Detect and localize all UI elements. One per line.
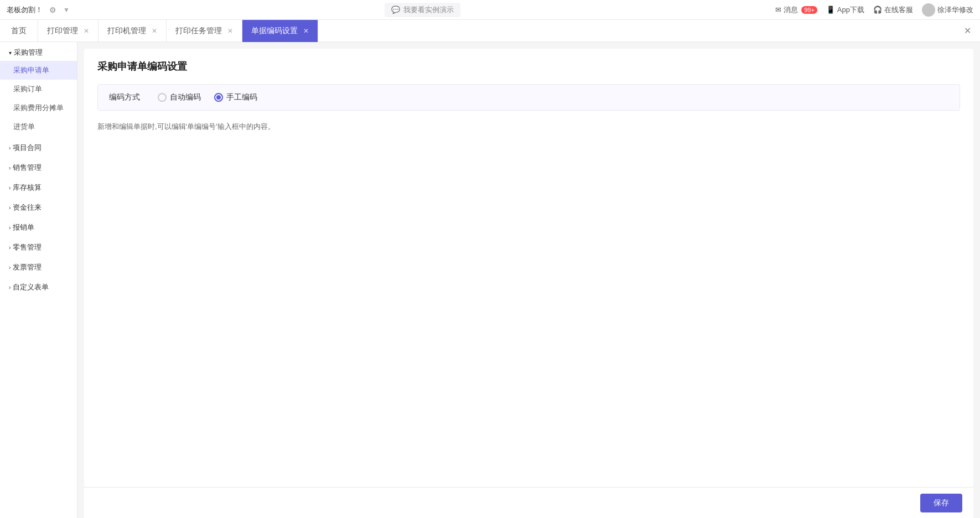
message-label: 消息 <box>784 5 798 15</box>
tab-print-task-label: 打印任务管理 <box>175 26 222 36</box>
chevron-right-icon: › <box>9 205 11 211</box>
radio-auto-label: 自动编码 <box>170 92 201 102</box>
sidebar-group-finance-label: 资金往来 <box>13 203 42 213</box>
tab-printer-management-close[interactable]: ✕ <box>152 27 157 35</box>
sidebar-group-finance-title[interactable]: › 资金往来 <box>0 197 77 216</box>
sidebar-group-retail-title[interactable]: › 零售管理 <box>0 237 77 256</box>
main-layout: ▾ 采购管理 采购申请单 采购订单 采购费用分摊单 进货单 › 项目合同 <box>0 42 980 518</box>
sidebar-group-inventory-title[interactable]: › 库存核算 <box>0 177 77 196</box>
tab-printer-management[interactable]: 打印机管理 ✕ <box>98 20 167 42</box>
page-title: 采购申请单编码设置 <box>97 60 960 73</box>
sidebar-item-goods-receipt-label: 进货单 <box>13 122 35 131</box>
sidebar-group-purchase-label: 采购管理 <box>14 48 43 58</box>
demo-icon: 💬 <box>391 6 400 14</box>
sidebar-group-custom-label: 自定义表单 <box>13 282 49 292</box>
radio-manual[interactable]: 手工编码 <box>214 92 257 102</box>
sidebar-item-purchase-order[interactable]: 采购订单 <box>0 80 77 99</box>
sidebar-item-purchase-request[interactable]: 采购申请单 <box>0 61 77 80</box>
avatar <box>922 3 935 17</box>
sidebar-group-sales: › 销售管理 <box>0 157 77 176</box>
sidebar-item-purchase-expense-label: 采购费用分摊单 <box>13 103 64 112</box>
sidebar-group-project-label: 项目合同 <box>13 143 42 153</box>
sidebar-group-inventory: › 库存核算 <box>0 177 77 196</box>
chevron-right-icon: › <box>9 265 11 271</box>
sidebar-group-finance: › 资金往来 <box>0 197 77 216</box>
user-name: 徐泽华修改 <box>937 5 973 15</box>
content-inner: 采购申请单编码设置 编码方式 自动编码 手工编码 新增和编辑单据时,可以编辑'单… <box>84 49 973 487</box>
brand-name: 老板勿割！ <box>7 5 43 15</box>
sidebar: ▾ 采购管理 采购申请单 采购订单 采购费用分摊单 进货单 › 项目合同 <box>0 42 77 518</box>
radio-group: 自动编码 手工编码 <box>158 92 257 102</box>
tab-encoding-settings-label: 单据编码设置 <box>251 26 298 36</box>
sidebar-group-custom-title[interactable]: › 自定义表单 <box>0 277 77 296</box>
sidebar-group-project-title[interactable]: › 项目合同 <box>0 137 77 156</box>
tab-print-management-close[interactable]: ✕ <box>84 27 89 35</box>
sidebar-group-expense: › 报销单 <box>0 217 77 236</box>
sidebar-item-purchase-expense[interactable]: 采购费用分摊单 <box>0 99 77 117</box>
save-button[interactable]: 保存 <box>920 494 962 512</box>
radio-auto[interactable]: 自动编码 <box>158 92 201 102</box>
tab-print-task[interactable]: 打印任务管理 ✕ <box>167 20 242 42</box>
sidebar-group-retail-label: 零售管理 <box>13 242 42 252</box>
top-bar-left: 老板勿割！ ⚙ ▼ <box>7 5 70 15</box>
radio-auto-circle <box>158 93 167 102</box>
sidebar-item-goods-receipt[interactable]: 进货单 <box>0 117 77 136</box>
sidebar-item-purchase-order-label: 采购订单 <box>13 85 42 93</box>
tab-home-label: 首页 <box>11 26 27 36</box>
tab-print-task-close[interactable]: ✕ <box>227 27 233 35</box>
chevron-down-icon: ▾ <box>9 50 12 56</box>
sidebar-group-sales-label: 销售管理 <box>13 163 42 173</box>
app-icon: 📱 <box>826 6 835 14</box>
app-download-button[interactable]: 📱 App下载 <box>826 5 864 15</box>
headset-icon: 🎧 <box>873 6 882 14</box>
message-badge: 99+ <box>801 6 817 14</box>
chevron-right-icon: › <box>9 165 11 171</box>
sidebar-group-retail: › 零售管理 <box>0 237 77 256</box>
online-service-label: 在线客服 <box>884 5 913 15</box>
content-footer: 保存 <box>84 487 973 518</box>
chevron-right-icon: › <box>9 284 11 291</box>
chevron-down-icon: ▼ <box>63 6 70 14</box>
settings-icon[interactable]: ⚙ <box>49 6 56 14</box>
tab-home[interactable]: 首页 <box>0 20 38 42</box>
user-profile-button[interactable]: 徐泽华修改 <box>922 3 973 17</box>
sidebar-group-purchase: ▾ 采购管理 采购申请单 采购订单 采购费用分摊单 进货单 <box>0 42 77 136</box>
chevron-right-icon: › <box>9 245 11 251</box>
chevron-right-icon: › <box>9 185 11 191</box>
tab-print-management[interactable]: 打印管理 ✕ <box>38 20 98 42</box>
sidebar-group-sales-title[interactable]: › 销售管理 <box>0 157 77 176</box>
radio-manual-circle <box>214 93 223 102</box>
sidebar-group-invoice-label: 发票管理 <box>13 262 42 272</box>
online-service-button[interactable]: 🎧 在线客服 <box>873 5 913 15</box>
sidebar-group-expense-title[interactable]: › 报销单 <box>0 217 77 236</box>
content-area: 采购申请单编码设置 编码方式 自动编码 手工编码 新增和编辑单据时,可以编辑'单… <box>77 42 980 518</box>
tab-encoding-settings[interactable]: 单据编码设置 ✕ <box>242 20 318 42</box>
tab-bar: 首页 打印管理 ✕ 打印机管理 ✕ 打印任务管理 ✕ 单据编码设置 ✕ ✕ <box>0 20 980 42</box>
encoding-section: 编码方式 自动编码 手工编码 <box>97 84 960 111</box>
top-bar: 老板勿割！ ⚙ ▼ 💬 我要看实例演示 ✉ 消息 99+ 📱 App下载 🎧 在… <box>0 0 980 20</box>
top-bar-right: ✉ 消息 99+ 📱 App下载 🎧 在线客服 徐泽华修改 <box>775 3 973 17</box>
chevron-right-icon: › <box>9 145 11 151</box>
sidebar-group-invoice: › 发票管理 <box>0 257 77 276</box>
demo-text: 我要看实例演示 <box>403 5 454 15</box>
tab-printer-management-label: 打印机管理 <box>107 26 146 36</box>
sidebar-group-expense-label: 报销单 <box>13 222 34 232</box>
tab-encoding-settings-close[interactable]: ✕ <box>303 27 309 35</box>
message-button[interactable]: ✉ 消息 99+ <box>775 5 817 15</box>
sidebar-item-purchase-request-label: 采购申请单 <box>13 66 49 74</box>
demo-banner[interactable]: 💬 我要看实例演示 <box>385 3 460 17</box>
chevron-right-icon: › <box>9 225 11 231</box>
encoding-label: 编码方式 <box>109 92 140 102</box>
sidebar-group-invoice-title[interactable]: › 发票管理 <box>0 257 77 276</box>
sidebar-group-inventory-label: 库存核算 <box>13 183 42 193</box>
sidebar-group-purchase-title[interactable]: ▾ 采购管理 <box>0 42 77 61</box>
sidebar-group-custom: › 自定义表单 <box>0 277 77 296</box>
app-download-label: App下载 <box>837 5 864 15</box>
message-icon: ✉ <box>775 6 781 14</box>
sidebar-group-project: › 项目合同 <box>0 137 77 156</box>
hint-text: 新增和编辑单据时,可以编辑'单编编号'输入框中的内容。 <box>97 122 960 132</box>
close-all-button[interactable]: ✕ <box>955 25 980 36</box>
tab-print-management-label: 打印管理 <box>47 26 78 36</box>
radio-manual-label: 手工编码 <box>226 92 257 102</box>
